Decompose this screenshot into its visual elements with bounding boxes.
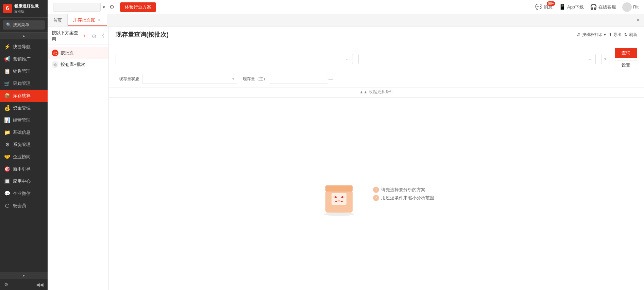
messages-action[interactable]: 💬 消息 99+ [535, 3, 553, 11]
guide-icon: 🎯 [4, 166, 10, 172]
collapse-scheme-button[interactable]: 《 [100, 33, 104, 39]
settings-footer-button[interactable]: ⚙ [4, 282, 9, 287]
tab-home-label: 首页 [53, 17, 62, 23]
basic-icon: 📁 [4, 129, 10, 135]
sidebar-scroll-up[interactable]: ▲ [0, 33, 48, 39]
purchase-icon: 🛒 [4, 80, 10, 87]
hint-num-1: 1 [373, 187, 379, 193]
header-search-input[interactable] [53, 3, 101, 12]
header-gear-button[interactable]: ⚙ [107, 2, 117, 12]
sidebar-item-member[interactable]: ⬡ 畅会员 [0, 200, 48, 212]
sidebar-item-purchase[interactable]: 🛒 采购管理 [0, 77, 48, 90]
sidebar-item-marketing[interactable]: 📢 营销推广 [0, 53, 48, 65]
stock-status-filter: 现存量状态 ▾ [116, 74, 237, 84]
export-label: 导出 [613, 32, 622, 38]
header-dropdown-button[interactable]: ▾ [103, 4, 105, 10]
sidebar-item-system[interactable]: ⚙ 系统管理 [0, 139, 48, 151]
sidebar-item-guide[interactable]: 🎯 新手引导 [0, 163, 48, 175]
customer-service-icon: 🎧 [590, 3, 597, 11]
scheme-item-by-warehouse-batch[interactable]: 仓 按仓库+批次 [48, 59, 108, 70]
header-left: ▾ ⚙ 体验行业方案 [53, 2, 156, 12]
scheme-panel-header: 按以下方案查询 + ⊙ 《 [48, 26, 108, 44]
collapse-sidebar-button[interactable]: ◀◀ [36, 282, 44, 287]
app-download-label: App下载 [567, 4, 584, 10]
warehouse-more-icon[interactable]: ··· [343, 57, 353, 62]
scheme-panel-title: 按以下方案查询 [52, 30, 81, 42]
empty-hint-2: 2 用过滤条件来缩小分析范围 [373, 195, 434, 201]
sidebar-item-label: 企业协同 [13, 154, 31, 160]
query-actions: 查询 设置 [615, 48, 637, 70]
print-button[interactable]: 🖨 按模板打印 ▾ [577, 32, 606, 38]
enterprise-icon: 🤝 [4, 154, 10, 160]
sidebar-item-label: 快捷导航 [13, 44, 31, 50]
export-button[interactable]: ⬆ 导出 [609, 32, 622, 38]
sidebar: 6 畅康通好生意 标准版 🔍 搜索菜单 ▲ ⚡ 快捷导航 📢 营销推广 📋 销售… [0, 0, 48, 290]
status-select[interactable]: ▾ [601, 54, 609, 64]
customer-service-label: 在线客服 [598, 4, 616, 10]
system-icon: ⚙ [4, 142, 10, 148]
settings-button[interactable]: 设置 [615, 60, 637, 70]
sidebar-scroll-down[interactable]: ▼ [0, 272, 48, 279]
product-more-icon[interactable]: ··· [586, 57, 595, 62]
stock-status-select[interactable]: ▾ [142, 74, 237, 84]
empty-hints: 1 请先选择要分析的方案 2 用过滤条件来缩小分析范围 [373, 187, 434, 201]
add-scheme-button[interactable]: + [81, 32, 88, 40]
empty-hint-1: 1 请先选择要分析的方案 [373, 187, 434, 193]
sidebar-item-label: 营销推广 [13, 56, 31, 62]
product-filter: ··· [358, 54, 596, 64]
wechat-icon: 💬 [4, 191, 10, 197]
customer-service-action[interactable]: 🎧 在线客服 [590, 3, 616, 11]
sidebar-header: 6 畅康通好生意 标准版 [0, 0, 48, 18]
sidebar-item-quick-nav[interactable]: ⚡ 快捷导航 [0, 41, 48, 53]
sidebar-item-inventory[interactable]: 📦 库存核算 [0, 90, 48, 102]
print-label: 按模板打印 [582, 32, 603, 38]
sidebar-item-enterprise[interactable]: 🤝 企业协同 [0, 151, 48, 163]
sidebar-brand: 畅康通好生意 标准版 [14, 3, 39, 14]
search-menu-label: 搜索菜单 [13, 22, 29, 28]
product-input[interactable] [359, 57, 586, 61]
sidebar-item-label: 经营管理 [13, 117, 31, 123]
sidebar-search[interactable]: 🔍 搜索菜单 [0, 18, 48, 33]
sidebar-item-finance[interactable]: 💰 资金管理 [0, 102, 48, 114]
stock-status-label: 现存量状态 [116, 76, 139, 82]
stock-qty-min-input[interactable] [270, 74, 327, 84]
scheme-item-by-batch[interactable]: 批 按批次 [48, 47, 108, 59]
sidebar-item-sales[interactable]: 📋 销售管理 [0, 65, 48, 77]
filter-top-row: ··· ··· ▾ [109, 43, 644, 74]
scheme-list: 批 按批次 仓 按仓库+批次 [48, 44, 108, 73]
user-avatar-action[interactable]: Rit [622, 2, 639, 12]
query-button[interactable]: 查询 [615, 48, 637, 58]
product-input-wrapper: ··· [358, 54, 596, 64]
sidebar-item-label: 库存核算 [13, 93, 31, 99]
page-title-row: 现存量查询(按批次) 🖨 按模板打印 ▾ ⬆ 导出 ↻ [116, 31, 637, 39]
app-logo: 6 [3, 4, 12, 13]
empty-svg [319, 172, 359, 216]
tab-panel-close-button[interactable]: × [632, 14, 644, 26]
main-content: 现存量查询(按批次) 🖨 按模板打印 ▾ ⬆ 导出 ↻ [109, 26, 644, 290]
status-filter: ▾ [601, 54, 609, 64]
sidebar-item-operations[interactable]: 📊 经营管理 [0, 114, 48, 126]
trial-button[interactable]: 体验行业方案 [120, 2, 156, 12]
tab-batch-account[interactable]: 库存批次账 × [68, 14, 107, 26]
scheme-icon-inactive: 仓 [52, 61, 58, 68]
user-name: Rit [633, 4, 639, 10]
refresh-button[interactable]: ↻ 刷新 [624, 32, 637, 38]
sidebar-item-wechat[interactable]: 💬 企业微信 [0, 187, 48, 200]
tab-close-button[interactable]: × [97, 18, 101, 22]
warehouse-input[interactable] [116, 57, 343, 61]
sales-icon: 📋 [4, 68, 10, 74]
sidebar-item-basic[interactable]: 📁 基础信息 [0, 126, 48, 139]
sidebar-item-appstore[interactable]: 🔲 应用中心 [0, 175, 48, 187]
brand-sub: 标准版 [14, 9, 39, 14]
app-download-action[interactable]: 📱 App下载 [559, 3, 584, 11]
content-area: 按以下方案查询 + ⊙ 《 批 按批次 仓 按仓库+批次 [48, 26, 644, 290]
tab-batch-account-label: 库存批次账 [73, 17, 95, 23]
tab-home[interactable]: 首页 [48, 14, 68, 26]
stock-qty-filter: 现存量（主） — [243, 74, 637, 84]
scheme-settings-button[interactable]: ⊙ [90, 32, 98, 40]
warehouse-input-wrapper: ··· [116, 54, 353, 64]
warehouse-filter: ··· [116, 54, 353, 64]
collapse-filter-button[interactable]: ▲▲ 收起更多条件 [359, 89, 393, 95]
search-menu-button[interactable]: 🔍 搜索菜单 [3, 20, 45, 30]
hint-num-2: 2 [373, 195, 379, 201]
